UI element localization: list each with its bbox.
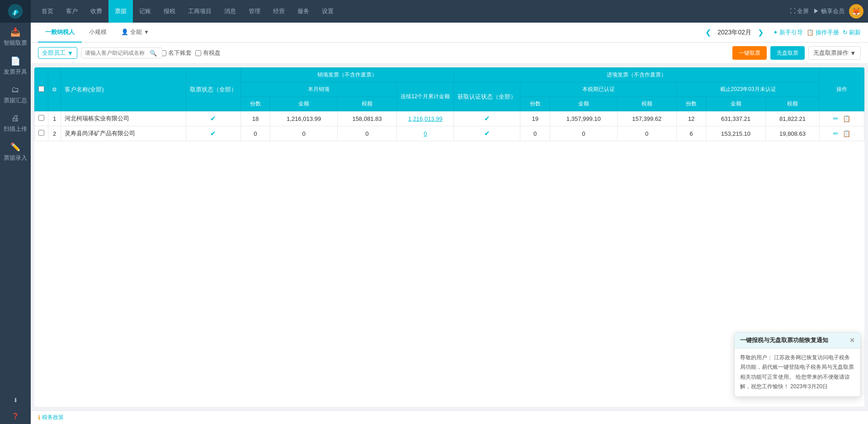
toolbar-right-actions: 一键取票 无盘取票 无盘取票操作 ▼ [732,46,861,60]
row-checkbox-cell[interactable] [35,126,48,141]
nav-settings[interactable]: 设置 [316,0,340,23]
row-fetch-status: ✔ [186,126,241,141]
fullscreen-btn[interactable]: ⛶ 全屏 [790,7,809,15]
row-cumulative-amount[interactable]: 0 [397,126,454,141]
nav-industry[interactable]: 工商项目 [182,0,218,23]
tab-small-scale[interactable]: 小规模 [82,23,114,43]
page-footer: ℹ 税务政策 [31,410,868,424]
tab-more-dropdown[interactable]: ▼ [144,29,149,35]
th-sales-invoice-group: 销项发票（不含作废票） [241,68,454,82]
row-edit-btn[interactable]: ✏ [833,130,839,137]
row-monthly-count: 18 [241,111,270,126]
th-certify-status: 获取认证状态（全部） [454,82,520,111]
nav-operation[interactable]: 经营 [267,0,291,23]
tab-all[interactable]: 👤 全能 ▼ [114,23,156,43]
row-deadline-tax: 81,822.21 [765,111,820,126]
user-avatar[interactable]: 🦊 [849,4,863,19]
notif-body: 尊敬的用户： 江苏政务网已恢复访问电子税务局功能，易代账一键登陆电子税务局与无盘… [735,348,860,396]
row-period-count: 19 [520,111,550,126]
row-monthly-tax: 158,081.83 [337,111,396,126]
th-purchase-invoice-group: 进项发票（不含作废票） [454,68,820,82]
row-index: 1 [48,111,61,126]
no-disk-more-btn[interactable]: 无盘取票操作 ▼ [808,46,861,60]
tab-general-taxpayer[interactable]: 一般纳税人 [38,23,82,43]
sidebar-item-smart-fetch[interactable]: 📥 智能取票 [0,23,31,52]
one-click-fetch-btn[interactable]: 一键取票 [732,46,767,60]
notif-close-btn[interactable]: ✕ [849,337,855,344]
employee-filter[interactable]: 全部员工 ▼ [38,47,77,59]
th-period-amount: 金额 [550,97,618,111]
row-monthly-amount: 1,216,013.99 [270,111,338,126]
th-settings: ⚙ [48,68,61,111]
select-all-checkbox[interactable] [38,86,44,92]
row-certify-status: ✔ [454,126,520,141]
search-button[interactable]: 🔍 [150,50,157,57]
guide-icon: ✦ [773,29,778,36]
row-checkbox[interactable] [38,115,44,121]
refresh-icon: ↻ [843,29,848,36]
smart-fetch-icon: 📥 [10,27,20,37]
th-period-certified: 本税期已认证 [520,82,676,97]
row-checkbox[interactable] [38,130,44,136]
row-operation: ✏ 📋 [820,111,864,126]
row-certify-status: ✔ [454,111,520,126]
employee-filter-label: 全部员工 [42,49,66,57]
topnav-right: ⛶ 全屏 ▶ 畅享会员 🦊 [790,4,863,19]
tab-bar: 一般纳税人 小规模 👤 全能 ▼ ❮ 2023年02月 ❯ ✦ 新手引导 [31,23,868,43]
nav-manage[interactable]: 管理 [242,0,267,23]
tax-disk-checkbox[interactable] [195,50,201,56]
nav-invoice[interactable]: 票据 [108,0,133,23]
notif-title: 一键报税与无盘取票功能恢复通知 [740,336,828,344]
all-icon: 👤 [121,29,128,35]
member-btn[interactable]: ▶ 畅享会员 [813,7,844,15]
nav-billing[interactable]: 收费 [84,0,108,23]
scan-upload-icon: 🖨 [11,114,19,123]
nav-service[interactable]: 服务 [291,0,316,23]
nav-bookkeeping[interactable]: 记账 [133,0,157,23]
row-edit-btn[interactable]: ✏ [833,115,839,122]
table-header-group: ⚙ 客户名称(全部) 取票状态（全部） 销项发票（不含作废票） 进项发票（不含作… [35,68,864,82]
tax-disk-check[interactable]: 有税盘 [195,49,221,57]
th-monthly-sales: 本月销项 [241,82,396,97]
notif-scroll[interactable]: 尊敬的用户： 江苏政务网已恢复访问电子税务局功能，易代账一键登陆电子税务局与无盘… [735,348,860,396]
sidebar-help[interactable]: ❓ [0,408,31,424]
data-entry-icon: ✏️ [10,142,20,152]
row-cumulative-amount[interactable]: 1,216,013.99 [397,111,454,126]
row-deadline-amount: 153,215.10 [706,126,765,141]
issue-invoice-icon: 📄 [10,56,20,66]
nav-message[interactable]: 消息 [218,0,242,23]
certify-status-icon: ✔ [484,129,490,137]
search-wrap: 🔍 [81,48,157,58]
sidebar-item-scan-upload[interactable]: 🖨 扫描上传 [0,109,31,138]
row-detail-btn[interactable]: 📋 [843,130,850,137]
row-monthly-count: 0 [241,126,270,141]
refresh-link[interactable]: ↻ 刷新 [843,29,861,37]
nav-tax[interactable]: 报税 [157,0,182,23]
date-label: 2023年02月 [717,29,751,37]
nav-home[interactable]: 首页 [35,0,60,23]
download-icon: ⬇ [13,397,18,404]
row-customer: 灵寿县尚泽矿产品有限公司 [61,126,186,141]
row-deadline-tax: 19,808.63 [765,126,820,141]
row-detail-btn[interactable]: 📋 [843,115,850,122]
manual-icon: 📋 [807,29,814,36]
date-next-btn[interactable]: ❯ [756,28,766,38]
sidebar-item-invoice-summary[interactable]: 🗂 票据汇总 [0,81,31,109]
top-nav: 首页 客户 收费 票据 记账 报税 工商项目 消息 管理 经营 服务 设置 ⛶ … [31,0,868,23]
footer-tax-policy-link[interactable]: 税务政策 [42,414,64,421]
th-deadline-uncertified: 截止2023年03月未认证 [676,82,820,97]
th-monthly-amount: 金额 [270,97,338,111]
sidebar-item-issue-invoice[interactable]: 📄 发票开具 [0,52,31,81]
nav-customer[interactable]: 客户 [60,0,84,23]
no-disk-fetch-btn[interactable]: 无盘取票 [770,46,805,60]
row-checkbox-cell[interactable] [35,111,48,126]
th-operation: 操作 [820,68,864,111]
new-guide-link[interactable]: ✦ 新手引导 [773,29,803,37]
sub-account-check[interactable]: 名下账套 [160,49,192,57]
date-prev-btn[interactable]: ❮ [703,28,713,38]
row-index: 2 [48,126,61,141]
manual-link[interactable]: 📋 操作手册 [807,29,839,37]
th-period-count: 份数 [520,97,550,111]
sidebar-download[interactable]: ⬇ [0,392,31,408]
sidebar-item-data-entry[interactable]: ✏️ 票据录入 [0,138,31,167]
